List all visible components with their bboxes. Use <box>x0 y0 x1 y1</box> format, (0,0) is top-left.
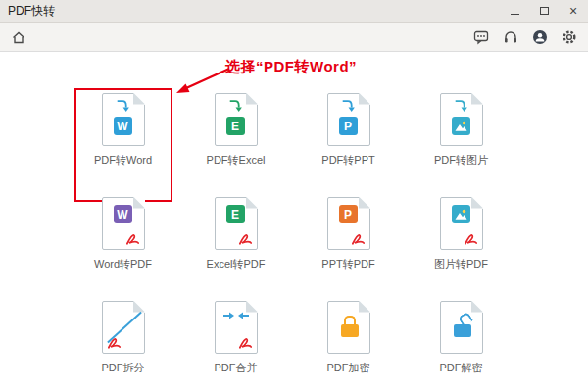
pdf-logo-icon <box>349 231 368 248</box>
pdf-logo-icon <box>236 231 255 248</box>
convert-arrow-icon <box>115 98 132 115</box>
pdf-to-ppt-icon: P <box>327 93 370 146</box>
lock-icon <box>341 324 359 337</box>
page-fold-icon <box>359 301 370 313</box>
tool-pdf-to-ppt[interactable]: P PDF转PPT <box>305 93 393 197</box>
convert-arrow-icon <box>227 98 245 115</box>
support-button[interactable] <box>502 28 519 46</box>
pdf-logo-icon <box>462 231 480 248</box>
excel-badge: E <box>226 205 245 223</box>
page-fold-icon <box>359 197 370 209</box>
tool-label: 图片转PDF <box>434 257 488 271</box>
tool-pdf-to-excel[interactable]: E PDF转Excel <box>192 93 280 197</box>
pdf-to-image-icon <box>440 93 483 146</box>
pdf-logo-icon <box>105 335 123 352</box>
tool-word-to-pdf[interactable]: W Word转PDF <box>79 197 168 301</box>
maximize-button[interactable] <box>529 0 559 22</box>
tool-label: PDF转Word <box>94 153 152 168</box>
pdf-split-icon <box>102 301 145 354</box>
tool-label: Word转PDF <box>94 257 152 271</box>
title-bar: PDF快转 × <box>0 0 588 23</box>
ppt-badge: P <box>339 205 358 223</box>
close-button[interactable]: × <box>559 0 588 22</box>
feedback-button[interactable] <box>472 28 490 46</box>
ppt-to-pdf-icon: P <box>327 197 370 250</box>
page-fold-icon <box>359 93 370 105</box>
excel-badge: E <box>226 117 245 135</box>
home-button[interactable] <box>10 28 27 46</box>
image-to-pdf-icon <box>440 197 483 250</box>
tool-image-to-pdf[interactable]: 图片转PDF <box>417 197 506 301</box>
tool-label: PDF解密 <box>440 361 483 375</box>
annotation-text: 选择“PDF转Word” <box>225 58 357 76</box>
tool-pdf-merge[interactable]: PDF合并 <box>192 301 280 392</box>
image-badge <box>452 205 470 223</box>
toolbar <box>0 23 588 52</box>
tool-pdf-to-image[interactable]: PDF转图片 <box>417 93 506 197</box>
pdf-decrypt-icon <box>440 301 483 354</box>
page-fold-icon <box>471 301 483 313</box>
word-badge: W <box>114 117 132 135</box>
page-fold-icon <box>246 197 258 209</box>
merge-arrows-icon <box>222 311 250 320</box>
tool-label: PDF加密 <box>327 361 370 375</box>
convert-arrow-icon <box>453 98 470 115</box>
account-icon <box>532 29 548 45</box>
home-icon <box>11 29 26 45</box>
tool-pdf-split[interactable]: PDF拆分 <box>79 301 168 392</box>
account-button[interactable] <box>531 28 549 46</box>
tool-label: PDF合并 <box>215 361 258 375</box>
tool-pdf-encrypt[interactable]: PDF加密 <box>305 301 393 392</box>
word-to-pdf-icon: W <box>102 197 145 250</box>
tools-grid: W PDF转Word E PDF转Excel P <box>67 93 517 392</box>
tool-label: PDF拆分 <box>102 361 145 375</box>
pdf-merge-icon <box>215 301 258 354</box>
pdf-encrypt-icon <box>327 301 370 354</box>
tool-label: PDF转PPT <box>321 153 374 168</box>
page-fold-icon <box>133 197 145 209</box>
tool-excel-to-pdf[interactable]: E Excel转PDF <box>192 197 280 301</box>
tool-label: Excel转PDF <box>207 257 266 271</box>
tool-ppt-to-pdf[interactable]: P PPT转PDF <box>305 197 393 301</box>
window-title: PDF快转 <box>0 3 500 20</box>
excel-to-pdf-icon: E <box>215 197 258 250</box>
tool-pdf-decrypt[interactable]: PDF解密 <box>417 301 506 392</box>
page-fold-icon <box>133 301 145 313</box>
convert-arrow-icon <box>340 98 358 115</box>
settings-gear-icon <box>562 29 577 45</box>
photo-icon <box>454 119 468 133</box>
tool-label: PDF转Excel <box>207 153 266 168</box>
tool-label: PPT转PDF <box>321 257 374 271</box>
settings-button[interactable] <box>561 28 578 46</box>
word-badge: W <box>114 205 132 223</box>
pdf-to-excel-icon: E <box>215 93 258 146</box>
page-fold-icon <box>471 197 483 209</box>
pdf-to-word-icon: W <box>102 93 145 146</box>
pdf-logo-icon <box>123 231 142 248</box>
minimize-button[interactable] <box>500 0 529 22</box>
support-headset-icon <box>503 29 518 45</box>
maximize-icon <box>540 7 549 15</box>
page-fold-icon <box>246 93 258 105</box>
page-fold-icon <box>471 93 483 105</box>
pdf-logo-icon <box>236 335 255 352</box>
page-fold-icon <box>133 93 145 105</box>
ppt-badge: P <box>339 117 358 135</box>
feedback-chat-icon <box>473 29 489 45</box>
tool-pdf-to-word[interactable]: W PDF转Word <box>79 93 168 197</box>
unlock-icon <box>454 324 471 337</box>
photo-icon <box>454 207 468 221</box>
close-icon: × <box>569 4 577 18</box>
minimize-icon <box>511 14 519 15</box>
image-badge <box>452 117 470 135</box>
main-area: 选择“PDF转Word” W PDF转Word <box>0 52 588 391</box>
tool-label: PDF转图片 <box>434 153 488 168</box>
